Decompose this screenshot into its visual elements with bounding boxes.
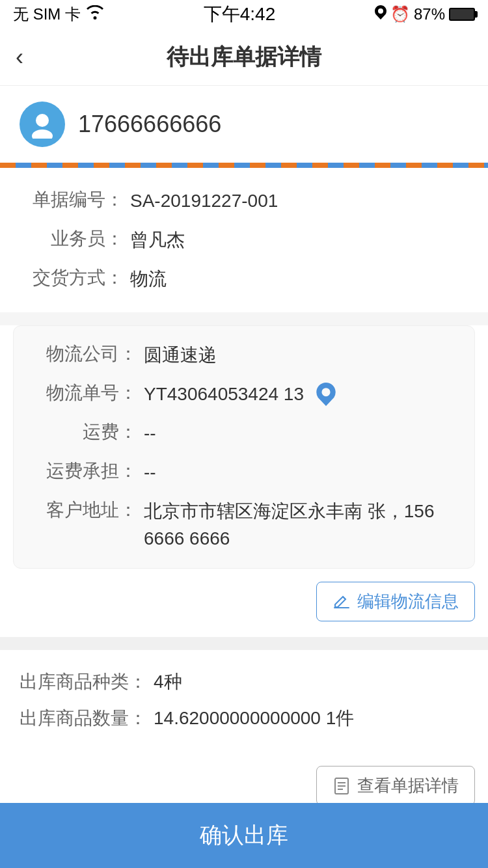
avatar (20, 102, 65, 147)
address-row: 客户地址： 北京市市辖区海淀区永丰南 张，156 6666 6666 (33, 498, 455, 552)
logistics-tracking-value: YT43064053424 13 (144, 381, 455, 408)
edit-btn-row: 编辑物流信息 (0, 582, 488, 637)
status-time: 下午4:42 (204, 2, 276, 27)
order-no-label: 单据编号： (20, 187, 124, 212)
edit-icon (332, 593, 351, 611)
tracking-location-icon[interactable] (314, 383, 338, 406)
product-types-row: 出库商品种类： 4种 (20, 670, 468, 694)
confirm-button-label: 确认出库 (200, 821, 288, 850)
svg-point-0 (36, 114, 49, 127)
freight-bear-label: 运费承担： (33, 459, 137, 483)
user-icon (28, 110, 57, 139)
logistics-company-label: 物流公司： (33, 342, 137, 366)
nav-bar: ‹ 待出库单据详情 (0, 29, 488, 86)
page-title: 待出库单据详情 (167, 42, 321, 72)
logistics-company-row: 物流公司： 圆通速递 (33, 342, 455, 369)
address-label: 客户地址： (33, 498, 137, 522)
gray-separator (0, 637, 488, 650)
logistics-tracking-label: 物流单号： (33, 381, 137, 405)
phone-number: 17666666666 (78, 111, 221, 138)
freight-label: 运费： (33, 420, 137, 444)
order-no-value: SA-20191227-001 (130, 187, 468, 215)
delivery-row: 交货方式： 物流 (20, 265, 468, 293)
address-value: 北京市市辖区海淀区永丰南 张，156 6666 6666 (144, 498, 455, 552)
wifi-icon (86, 5, 104, 23)
product-quantity-label: 出库商品数量： (20, 706, 147, 731)
document-icon (332, 777, 351, 795)
svg-point-1 (32, 129, 53, 139)
dashed-divider (0, 163, 488, 168)
phone-header: 17666666666 (0, 86, 488, 163)
status-left: 无 SIM 卡 (13, 4, 104, 25)
product-types-label: 出库商品种类： (20, 670, 147, 694)
product-types-value: 4种 (154, 670, 182, 694)
product-quantity-value: 14.62000000000000 1件 (154, 706, 354, 731)
edit-logistics-button[interactable]: 编辑物流信息 (316, 582, 475, 621)
battery-percent: 87% (414, 5, 445, 23)
location-indicator (375, 5, 386, 23)
logistics-tracking-row: 物流单号： YT43064053424 13 (33, 381, 455, 408)
delivery-label: 交货方式： (20, 265, 124, 290)
order-no-row: 单据编号： SA-20191227-001 (20, 187, 468, 215)
delivery-value: 物流 (130, 265, 468, 293)
status-bar: 无 SIM 卡 下午4:42 ⏰ 87% (0, 0, 488, 29)
freight-bear-value: -- (144, 459, 455, 486)
confirm-button[interactable]: 确认出库 (0, 803, 488, 868)
order-info-section: 单据编号： SA-20191227-001 业务员： 曾凡杰 交货方式： 物流 (0, 168, 488, 312)
logistics-card: 物流公司： 圆通速递 物流单号： YT43064053424 13 运费： --… (13, 325, 475, 569)
agent-label: 业务员： (20, 226, 124, 251)
freight-bear-row: 运费承担： -- (33, 459, 455, 486)
back-button[interactable]: ‹ (16, 44, 23, 71)
alarm-icon: ⏰ (390, 5, 410, 23)
agent-value: 曾凡杰 (130, 226, 468, 254)
product-section: 出库商品种类： 4种 出库商品数量： 14.62000000000000 1件 (0, 650, 488, 750)
status-right: ⏰ 87% (375, 5, 475, 23)
agent-row: 业务员： 曾凡杰 (20, 226, 468, 254)
view-detail-button[interactable]: 查看单据详情 (316, 766, 475, 806)
battery-icon (449, 8, 475, 21)
freight-row: 运费： -- (33, 420, 455, 447)
freight-value: -- (144, 420, 455, 447)
product-quantity-row: 出库商品数量： 14.62000000000000 1件 (20, 706, 468, 731)
sim-status: 无 SIM 卡 (13, 4, 81, 25)
logistics-company-value: 圆通速递 (144, 342, 455, 369)
